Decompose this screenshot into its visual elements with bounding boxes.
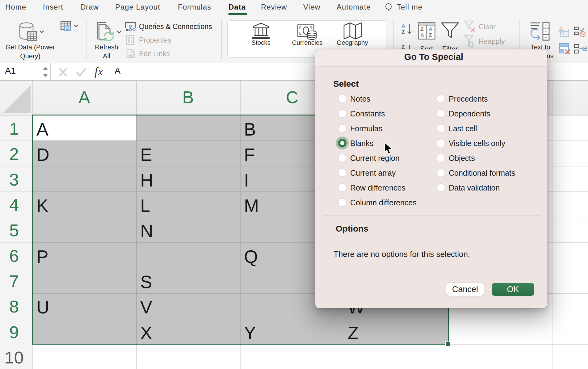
svg-text:A: A [420,32,424,38]
svg-text:A: A [429,26,433,32]
svg-text:Z: Z [401,29,405,35]
svg-text:Z: Z [420,26,424,32]
svg-text:Z: Z [429,32,432,38]
svg-text:A: A [401,23,405,29]
